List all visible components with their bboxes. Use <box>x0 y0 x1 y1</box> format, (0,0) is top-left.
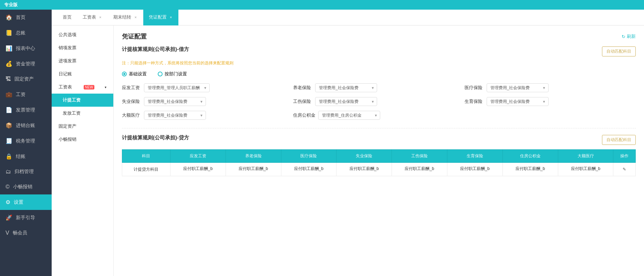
th-salary: 应发工资 <box>170 150 226 163</box>
sidebar-icon-home: 🏠 <box>6 14 12 21</box>
debit-auto-match-button[interactable]: 自动匹配科目 <box>602 46 636 56</box>
select-salary[interactable]: 管理费用_管理人员职工薪酬 <box>144 83 210 92</box>
left-nav-label-public: 公共选项 <box>59 32 76 38</box>
td-major-medical-val: 应付职工薪酬_b <box>558 163 613 176</box>
tab-salary[interactable]: 工资表× <box>77 10 108 25</box>
sidebar-item-close[interactable]: 🔒结账 <box>0 149 52 164</box>
sidebar-item-reports[interactable]: 📊报表中心 <box>0 41 52 56</box>
left-nav-item-purchase-invoice[interactable]: 进项发票 <box>52 54 113 67</box>
sidebar-item-tax[interactable]: 🧾税务管理 <box>0 133 52 149</box>
sidebar-item-salary[interactable]: 💼工资 <box>0 87 52 102</box>
left-nav-label-sales-invoice: 销项发票 <box>59 45 76 51</box>
sidebar-icon-tax: 🧾 <box>6 138 12 144</box>
table-row: 计提贷方科目 应付职工薪酬_b 应付职工薪酬_b 应付职工薪酬_b 应付职工薪酬… <box>122 163 636 176</box>
left-nav-item-calc-salary[interactable]: 计提工资 <box>52 94 113 107</box>
select-pension[interactable]: 管理费用_社会保险费 <box>315 83 377 92</box>
left-nav-item-xc-expense[interactable]: 小畅报销 <box>52 133 113 146</box>
left-nav-label-purchase-invoice: 进项发票 <box>59 58 76 64</box>
sidebar-item-home[interactable]: 🏠首页 <box>0 10 52 25</box>
select-major-medical[interactable]: 管理费用_社会保险费 <box>144 111 206 120</box>
sidebar-item-invoice[interactable]: 📄发票管理 <box>0 102 52 118</box>
sidebar-icon-invoice: 📄 <box>6 107 12 113</box>
radio-basic-circle <box>122 72 127 76</box>
debit-section: 计提核算规则(公司承担)-借方 自动匹配科目 注：只能选择一种方式，系统将按照您… <box>122 46 636 120</box>
select-unemployment[interactable]: 管理费用_社会保险费 <box>144 97 206 106</box>
tab-label-voucher-config: 凭证配置 <box>149 14 167 20</box>
radio-basic-label: 基础设置 <box>129 71 147 77</box>
tab-bar: 首页工资表×期末结转×凭证配置× <box>52 10 644 25</box>
sidebar-icon-assets: 🏗 <box>6 76 11 82</box>
radio-dept[interactable]: 按部门设置 <box>158 71 187 77</box>
section-divider <box>122 128 636 128</box>
sidebar-item-ledger[interactable]: 📒总账 <box>0 25 52 41</box>
debit-form-row-3: 大额医疗 管理费用_社会保险费 ▼ 住房公积金 <box>122 111 636 120</box>
select-wrapper-salary: 管理费用_管理人员职工薪酬 ▼ <box>144 83 210 92</box>
sidebar-item-xc-report[interactable]: ©小畅报销 <box>0 179 52 194</box>
radio-dept-circle <box>158 72 163 76</box>
edit-icon[interactable]: ✎ <box>623 167 626 172</box>
refresh-label: 刷新 <box>627 33 636 40</box>
radio-basic[interactable]: 基础设置 <box>122 71 147 77</box>
tab-close-period-close[interactable]: × <box>133 15 137 20</box>
form-group-housing-fund: 住房公积金 管理费用_住房公积金 ▼ <box>293 111 464 120</box>
tab-close-salary[interactable]: × <box>98 15 102 20</box>
select-wrapper-major-medical: 管理费用_社会保险费 ▼ <box>144 111 206 120</box>
label-unemployment: 失业保险 <box>122 98 141 105</box>
page-header: 凭证配置 ↻ 刷新 <box>122 32 636 41</box>
th-housing: 住房公积金 <box>502 150 558 163</box>
left-nav-item-salary-table[interactable]: 工资表NEW▾ <box>52 81 113 94</box>
sidebar-item-fund[interactable]: 💰资金管理 <box>0 56 52 72</box>
sidebar-item-guide[interactable]: 🚀新手引导 <box>0 210 52 225</box>
td-salary-val: 应付职工薪酬_b <box>170 163 226 176</box>
page-title: 凭证配置 <box>122 32 147 41</box>
sidebar-item-member[interactable]: V畅会员 <box>0 225 52 241</box>
select-injury[interactable]: 管理费用_社会保险费 <box>315 97 377 106</box>
select-housing-fund[interactable]: 管理费用_住房公积金 <box>318 111 380 120</box>
tab-period-close[interactable]: 期末结转× <box>108 10 143 25</box>
td-action[interactable]: ✎ <box>613 163 636 176</box>
th-maternity: 生育保险 <box>447 150 502 163</box>
sidebar-icon-ledger: 📒 <box>6 30 12 36</box>
sidebar-item-purchase-sales[interactable]: 📦进销台账 <box>0 118 52 133</box>
sidebar-item-archive[interactable]: 🗂归档管理 <box>0 164 52 179</box>
sidebar-label-invoice: 发票管理 <box>16 107 35 113</box>
sidebar-item-assets[interactable]: 🏗固定资产 <box>0 72 52 87</box>
left-nav-item-sales-invoice[interactable]: 销项发票 <box>52 41 113 54</box>
debit-form-row-2: 失业保险 管理费用_社会保险费 ▼ 工伤保险 <box>122 97 636 106</box>
form-group-injury: 工伤保险 管理费用_社会保险费 ▼ <box>293 97 464 106</box>
td-pension-val: 应付职工薪酬_b <box>226 163 281 176</box>
select-maternity[interactable]: 管理费用_社会保险费 <box>487 97 549 106</box>
left-nav-item-journal[interactable]: 日记账 <box>52 67 113 81</box>
left-nav-item-public[interactable]: 公共选项 <box>52 28 113 41</box>
th-injury: 工伤保险 <box>392 150 447 163</box>
left-nav-item-pay-salary[interactable]: 发放工资 <box>52 107 113 120</box>
tab-home[interactable]: 首页 <box>57 10 77 25</box>
sidebar-item-settings[interactable]: ⚙设置 <box>0 194 52 210</box>
sidebar: 🏠首页📒总账📊报表中心💰资金管理🏗固定资产💼工资📄发票管理📦进销台账🧾税务管理🔒… <box>0 10 52 276</box>
select-wrapper-unemployment: 管理费用_社会保险费 ▼ <box>144 97 206 106</box>
left-nav-label-fixed-assets: 固定资产 <box>59 123 76 129</box>
sidebar-icon-fund: 💰 <box>6 61 12 67</box>
refresh-icon: ↻ <box>622 34 625 39</box>
tab-close-voucher-config[interactable]: × <box>169 15 173 20</box>
select-medical[interactable]: 管理费用_社会保险费 <box>487 83 549 92</box>
left-nav-label-pay-salary: 发放工资 <box>63 110 81 116</box>
th-unemployment: 失业保险 <box>336 150 392 163</box>
left-nav-label-salary-table: 工资表 <box>59 84 72 90</box>
form-group-medical: 医疗保险 管理费用_社会保险费 ▼ <box>465 83 636 92</box>
th-medical: 医疗保险 <box>281 150 336 163</box>
sidebar-icon-close: 🔒 <box>6 153 12 160</box>
debit-form-row-1: 应发工资 管理费用_管理人员职工薪酬 ▼ 养老保险 <box>122 83 636 92</box>
credit-table-header-row: 科目 应发工资 养老保险 医疗保险 失业保险 工伤保险 生育保险 住房公积金 大… <box>122 150 636 163</box>
sidebar-icon-purchase-sales: 📦 <box>6 122 12 129</box>
th-pension: 养老保险 <box>226 150 281 163</box>
tab-voucher-config[interactable]: 凭证配置× <box>143 10 178 25</box>
td-medical-val: 应付职工薪酬_b <box>281 163 336 176</box>
refresh-button[interactable]: ↻ 刷新 <box>622 33 636 40</box>
credit-auto-match-button[interactable]: 自动匹配科目 <box>602 135 636 145</box>
th-action: 操作 <box>613 150 636 163</box>
th-subject: 科目 <box>122 150 170 163</box>
td-unemployment-val: 应付职工薪酬_b <box>336 163 392 176</box>
left-nav-item-fixed-assets[interactable]: 固定资产 <box>52 120 113 133</box>
sidebar-label-archive: 归档管理 <box>14 169 34 175</box>
